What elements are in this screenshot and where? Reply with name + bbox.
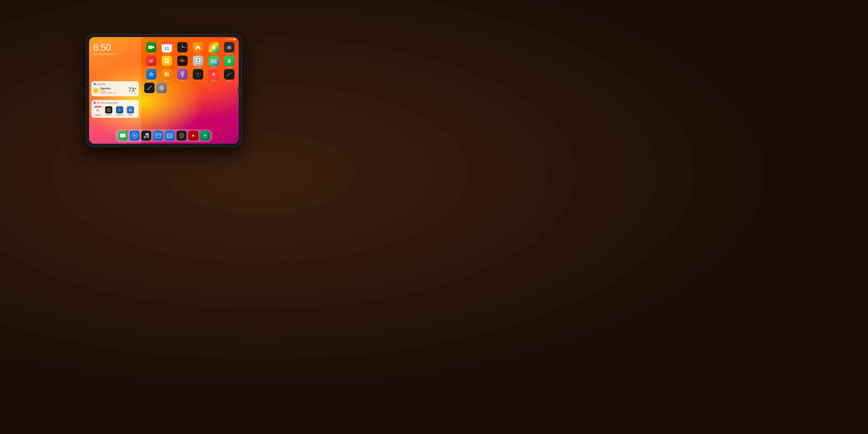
dock-app-tempi[interactable] [200, 131, 210, 141]
app-clock[interactable]: Clock [176, 42, 188, 55]
app-calendar[interactable]: Tuesday 11 Calendar [161, 42, 173, 55]
app-appstore[interactable]: App Store [145, 69, 157, 82]
app-podcasts[interactable]: Podcasts [176, 69, 188, 82]
siri-app-things[interactable]: Things [126, 106, 135, 116]
clock-label: Clock [180, 53, 184, 55]
ipad-device: 44% 6:50 Tuesday, February 11 [86, 34, 242, 147]
tempi-svg [202, 133, 208, 138]
svg-point-22 [213, 46, 215, 49]
weather-header: WEATHER [94, 83, 136, 85]
app-row-3: App Store Books [143, 69, 237, 82]
app-contacts[interactable]: Contacts [192, 56, 204, 68]
dock-app-safari[interactable] [129, 131, 140, 141]
app-stocks[interactable]: Stocks [223, 69, 235, 82]
dock-app-taiko[interactable] [188, 131, 198, 141]
svg-rect-8 [129, 111, 131, 111]
facetime-svg [148, 45, 154, 50]
siri-app-calendar[interactable]: Tuesday 11 Calendar [94, 106, 102, 116]
app-tv[interactable]: TV TV [192, 69, 204, 82]
svg-rect-6 [129, 109, 131, 110]
settings-badge: 4 [165, 83, 167, 85]
svg-text:1: 1 [119, 109, 120, 111]
app-row-4: Measure 4 Settings [143, 83, 237, 95]
app-grid: FaceTime Tuesday 11 Calendar [143, 42, 237, 96]
dock-app-music[interactable] [141, 131, 151, 141]
books-svg [164, 71, 170, 77]
camera-label: Camera [226, 53, 232, 55]
weather-left: Cupertino Sunny Chance of Rain: 0% [94, 87, 116, 94]
voicememos-svg [179, 58, 186, 64]
photos-svg [210, 44, 217, 51]
calendar-icon: Tuesday 11 [162, 42, 172, 53]
ulysses-svg [106, 107, 111, 112]
app-books[interactable]: Books [161, 69, 173, 82]
weather-city: Cupertino [100, 87, 116, 90]
app-voicememos[interactable]: Voice Memos [176, 56, 188, 68]
svg-rect-33 [149, 60, 150, 60]
dock-app-mail[interactable] [153, 131, 163, 141]
camera-svg [226, 44, 232, 50]
calendar-day-label: Tuesday [94, 106, 101, 107]
home-app-icon [193, 42, 203, 53]
svg-rect-82 [167, 134, 173, 138]
svg-point-83 [179, 133, 184, 138]
safari-dock-icon [129, 131, 140, 141]
svg-rect-1 [233, 39, 235, 40]
svg-rect-2 [236, 39, 237, 40]
app-news[interactable]: N News [208, 69, 220, 82]
battery-indicator: 44% [229, 39, 232, 40]
ulysses-dock-icon [177, 131, 186, 141]
podcasts-label: Podcasts [179, 80, 186, 82]
notes-label: Notes [164, 67, 168, 68]
app-notes[interactable]: Notes [161, 56, 173, 68]
svg-point-44 [197, 59, 199, 61]
calendar-day-header: Tuesday [162, 42, 172, 44]
siri-header-left: SIRI APP SUGGESTIONS [94, 102, 118, 104]
appstore-icon [146, 69, 156, 80]
mail-dock-icon [153, 131, 163, 141]
svg-point-52 [229, 60, 230, 61]
podcasts-icon [177, 69, 188, 80]
status-bar: 44% [89, 37, 239, 41]
siri-app-1password[interactable]: 1 1Password [115, 106, 124, 116]
app-findmy[interactable]: Find My [223, 56, 235, 68]
app-reminders[interactable]: Reminders [145, 56, 157, 68]
weather-widget[interactable]: WEATHER Cupertino Sunny Chance of Rain: … [91, 81, 139, 96]
dock-app-ulysses[interactable] [177, 131, 186, 141]
sun-icon [94, 88, 98, 93]
music-dock-icon [141, 131, 151, 141]
stocks-svg [226, 72, 232, 77]
dock-app-files[interactable] [165, 131, 175, 141]
ulysses-dock-svg [179, 133, 184, 138]
findmy-icon [224, 56, 235, 66]
books-icon [162, 69, 172, 80]
taiko-svg [190, 133, 196, 138]
findmy-label: Find My [226, 67, 232, 68]
app-maps[interactable]: Maps [208, 56, 220, 68]
taiko-dock-icon [188, 131, 198, 141]
settings-icon: 4 [156, 83, 167, 93]
calendar-date-num: 11 [96, 107, 99, 113]
siri-suggestions-widget[interactable]: SIRI APP SUGGESTIONS › Tuesday 11 Calend… [91, 100, 139, 118]
siri-app-ulysses[interactable]: Ulysses [104, 106, 113, 116]
dock-app-messages[interactable]: 8 [118, 131, 128, 141]
app-photos[interactable]: Photos [208, 42, 220, 55]
svg-rect-35 [149, 61, 150, 61]
app-home[interactable]: Home [192, 42, 204, 55]
voicememos-icon [177, 56, 188, 66]
news-svg: N [211, 71, 217, 77]
siri-header: SIRI APP SUGGESTIONS › [94, 102, 136, 104]
maps-svg [210, 58, 217, 64]
measure-svg [146, 85, 153, 91]
voicememos-label: Voice Memos [178, 67, 187, 68]
home-button[interactable] [238, 87, 241, 94]
svg-rect-37 [149, 62, 150, 63]
svg-point-32 [228, 47, 230, 49]
settings-svg [158, 85, 165, 91]
app-measure[interactable]: Measure [143, 83, 156, 95]
app-settings[interactable]: 4 Settings [156, 83, 168, 95]
app-facetime[interactable]: FaceTime [145, 42, 157, 55]
messages-svg [120, 133, 126, 138]
reminders-svg [148, 58, 154, 64]
app-camera[interactable]: Camera [223, 42, 235, 55]
